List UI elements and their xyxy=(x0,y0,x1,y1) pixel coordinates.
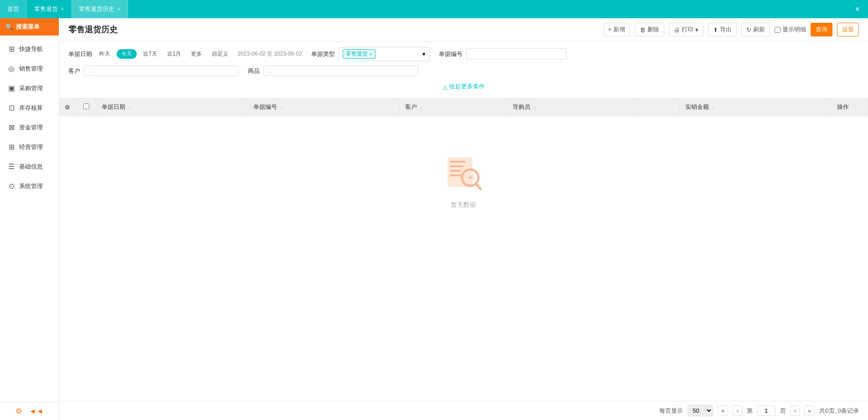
print-button[interactable]: 🖨 打印 ▾ xyxy=(669,23,704,36)
top-bar: 首页 零售退货 × 零售退货历史 × × xyxy=(0,0,868,18)
date-btn-custom[interactable]: 自定义 xyxy=(208,49,232,59)
window-close-button[interactable]: × xyxy=(851,5,863,14)
doc-type-tag-label: 零售退货 xyxy=(346,50,368,58)
th-doc-no[interactable]: 单据编号 ↕ xyxy=(247,98,399,116)
filter-customer: 客户 ... xyxy=(68,66,239,76)
purchase-icon: ▣ xyxy=(7,84,15,92)
table-header: ⚙ 单据日期 ↕ 单据编号 ↕ xyxy=(59,98,868,116)
sidebar-item-finance[interactable]: ⊠ 资金管理 xyxy=(0,118,59,137)
prev-page-button[interactable]: ‹ xyxy=(733,405,742,416)
total-info: 共0页, 0条记录 xyxy=(819,407,859,415)
refresh-button[interactable]: ↻ 刷新 xyxy=(741,23,770,36)
filter-area: 单据日期 昨天 今天 近7天 近1月 更多 自定义 2023-06-02 至 2… xyxy=(59,41,868,98)
tab-retail-return-history-close[interactable]: × xyxy=(117,6,120,12)
sidebar-item-system-label: 系统管理 xyxy=(19,182,43,190)
sales-icon: ◎ xyxy=(7,64,15,73)
delete-button[interactable]: 🗑 删除 xyxy=(635,23,664,36)
goods-label: 商品 xyxy=(248,67,260,75)
export-button[interactable]: ⬆ 导出 xyxy=(708,23,737,36)
empty-state: 暂无数据 xyxy=(59,116,868,246)
date-btn-1month[interactable]: 近1月 xyxy=(164,49,185,59)
table-container: ⚙ 单据日期 ↕ 单据编号 ↕ xyxy=(59,98,868,401)
customer-placeholder: ... xyxy=(88,67,235,74)
tab-retail-return[interactable]: 零售退货 × xyxy=(27,0,72,18)
th-doc-date[interactable]: 单据日期 ↕ xyxy=(96,98,247,116)
sidebar-footer: ⚙ ◄◄ xyxy=(0,402,59,420)
svg-line-6 xyxy=(476,184,481,189)
sidebar-item-purchase-label: 采购管理 xyxy=(19,84,43,92)
svg-rect-3 xyxy=(450,170,461,172)
query-button[interactable]: 查询 xyxy=(811,23,832,36)
settings-gear-icon[interactable]: ⚙ xyxy=(65,104,70,111)
filter-doc-type: 单据类型 零售退货 × ▾ xyxy=(311,47,430,61)
display-detail-input[interactable] xyxy=(775,27,781,33)
data-table: ⚙ 单据日期 ↕ 单据编号 ↕ xyxy=(59,98,868,246)
settings-icon[interactable]: ⚙ xyxy=(15,407,22,415)
display-detail-checkbox[interactable]: 显示明细 xyxy=(775,26,806,34)
quick-nav-icon: ⊞ xyxy=(7,45,15,53)
settings-button[interactable]: 设置 xyxy=(837,23,859,36)
sidebar-item-operations[interactable]: ⊞ 经营管理 xyxy=(0,137,59,157)
sidebar-search[interactable]: 🔍 搜索菜单 xyxy=(0,18,59,36)
first-page-button[interactable]: « xyxy=(718,405,728,416)
delete-icon: 🗑 xyxy=(640,26,646,33)
th-actions: 操作 xyxy=(832,98,868,116)
speaker-icon[interactable]: ◄◄ xyxy=(29,407,44,415)
sidebar-item-quick-nav[interactable]: ⊞ 快捷导航 xyxy=(0,39,59,59)
sidebar-item-inventory[interactable]: ⊡ 库存核算 xyxy=(0,98,59,118)
select-all-checkbox[interactable] xyxy=(83,103,89,109)
search-icon: 🔍 xyxy=(5,23,13,31)
doc-type-tag-close[interactable]: × xyxy=(370,51,372,57)
th-amount[interactable]: 实销金额 ↕ xyxy=(679,98,831,116)
page-input[interactable] xyxy=(757,405,776,416)
th-guide[interactable]: 导购员 ↕ xyxy=(507,98,637,116)
tab-retail-return-history[interactable]: 零售退货历史 × xyxy=(72,0,128,18)
sidebar-nav: ⊞ 快捷导航 ◎ 销售管理 ▣ 采购管理 ⊡ 库存核算 ⊠ 资金管理 ⊞ 经营管… xyxy=(0,36,59,402)
operations-icon: ⊞ xyxy=(7,143,15,151)
add-button-label: + 新增 xyxy=(608,26,625,34)
query-button-label: 查询 xyxy=(816,26,827,34)
sidebar-item-finance-label: 资金管理 xyxy=(19,123,43,132)
sort-doc-no: ↕ xyxy=(280,105,282,110)
date-btn-yesterday[interactable]: 昨天 xyxy=(96,49,114,59)
page-title: 零售退货历史 xyxy=(68,24,118,35)
sidebar-item-operations-label: 经营管理 xyxy=(19,143,43,151)
sidebar-item-basic-info[interactable]: ☰ 基础信息 xyxy=(0,157,59,176)
sidebar: 🔍 搜索菜单 ⊞ 快捷导航 ◎ 销售管理 ▣ 采购管理 ⊡ 库存核算 ⊠ 资金管 xyxy=(0,18,59,420)
th-settings[interactable]: ⚙ xyxy=(59,98,77,116)
sort-amount: ↕ xyxy=(712,105,714,110)
th-checkbox[interactable] xyxy=(77,98,96,116)
sidebar-item-purchase[interactable]: ▣ 采购管理 xyxy=(0,78,59,98)
page-size-select[interactable]: 20 50 100 200 xyxy=(688,405,713,416)
date-btn-more[interactable]: 更多 xyxy=(187,49,205,59)
sidebar-item-quick-nav-label: 快捷导航 xyxy=(19,45,43,53)
th-customer[interactable]: 客户 ↕ xyxy=(400,98,507,116)
page-header: 零售退货历史 + 新增 🗑 删除 🖨 打印 ▾ ⬆ 导出 xyxy=(59,18,868,41)
date-range-text: 2023-06-02 至 2023-06-02 xyxy=(237,50,302,58)
doc-type-select[interactable]: 零售退货 × ▾ xyxy=(339,47,430,61)
sidebar-item-inventory-label: 库存核算 xyxy=(19,104,43,112)
last-page-button[interactable]: » xyxy=(804,405,815,416)
doc-number-input[interactable] xyxy=(466,48,566,60)
sidebar-item-system[interactable]: ⊙ 系统管理 xyxy=(0,176,59,196)
display-detail-label: 显示明细 xyxy=(782,26,806,34)
system-icon: ⊙ xyxy=(7,182,15,190)
date-btn-7days[interactable]: 近7天 xyxy=(139,49,161,59)
tab-home[interactable]: 首页 xyxy=(0,0,27,18)
page-size-label: 每页显示 xyxy=(659,407,683,415)
goods-input-wrapper[interactable]: ... xyxy=(263,66,418,76)
sidebar-item-basic-info-label: 基础信息 xyxy=(19,163,43,171)
add-button[interactable]: + 新增 xyxy=(603,23,630,36)
sidebar-item-sales[interactable]: ◎ 销售管理 xyxy=(0,59,59,78)
sort-customer: ↕ xyxy=(421,105,423,110)
date-btn-today[interactable]: 今天 xyxy=(117,49,137,59)
collapse-button[interactable]: △ 收起更多条件 xyxy=(437,81,490,92)
tab-retail-return-close[interactable]: × xyxy=(61,6,64,12)
empty-text: 暂无数据 xyxy=(451,201,476,209)
svg-rect-2 xyxy=(450,165,463,167)
refresh-icon: ↻ xyxy=(746,26,751,33)
collapse-label: 收起更多条件 xyxy=(449,82,485,91)
content-area: 零售退货历史 + 新增 🗑 删除 🖨 打印 ▾ ⬆ 导出 xyxy=(59,18,868,420)
next-page-button[interactable]: › xyxy=(791,405,800,416)
doc-type-label: 单据类型 xyxy=(311,50,335,58)
